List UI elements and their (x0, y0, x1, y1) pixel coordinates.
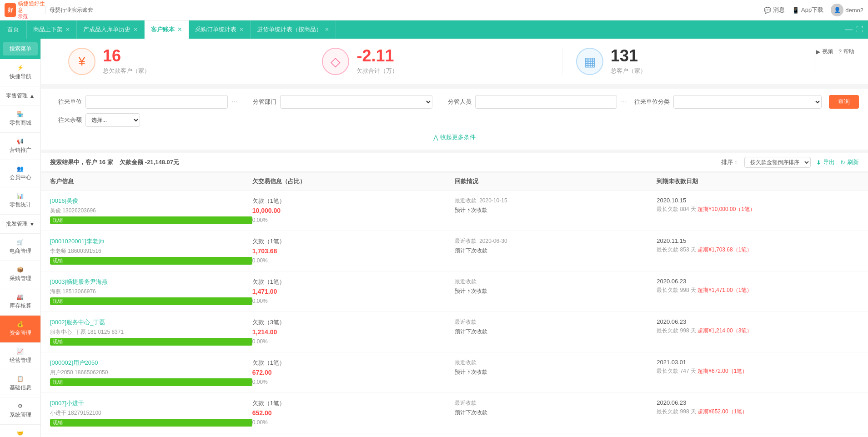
tab-home[interactable]: 首页 (0, 20, 27, 39)
customer-name-0[interactable]: [0016]吴俊 (50, 197, 252, 205)
overdue-link-2[interactable]: 超期¥1,471.00（1笔） (697, 287, 752, 293)
customer-name-3[interactable]: [0002]服务中心_丁磊 (50, 318, 252, 326)
customer-name-5[interactable]: [0007]小进干 (50, 399, 252, 407)
filter-label-unit: 往来单位 (50, 98, 82, 106)
filter-select-balance[interactable]: 选择... (85, 113, 140, 127)
store-select[interactable]: 母婴行业演示账套 (45, 6, 97, 14)
debt-amount-1[interactable]: 1,703.68 (252, 247, 455, 255)
sidebar-item-retail-mgmt[interactable]: 零售管理 ▲ (0, 86, 40, 105)
overdue-date-5: 2020.06.23 (657, 399, 859, 406)
user-profile[interactable]: 👤 demo2 (831, 4, 863, 16)
badge-2: 现销 (50, 297, 252, 305)
marketing-icon: 📢 (17, 138, 24, 145)
filter-input-person[interactable] (475, 95, 617, 109)
stat-icon-building: ▦ (576, 48, 603, 75)
filter-label-dept: 分管部门 (245, 98, 276, 106)
tab-purchase-order[interactable]: 采购订单统计表 ✕ (189, 20, 251, 39)
sort-select[interactable]: 按欠款金额倒序排序 (744, 157, 811, 168)
overdue-days-4: 最长欠款 747 天 超期¥672.00（1笔） (657, 367, 859, 375)
export-button[interactable]: ⬇ 导出 (816, 158, 835, 166)
sidebar-item-system[interactable]: ⚙ 系统管理 (0, 397, 40, 425)
customer-phone-3: 服务中心_丁磊 181 0125 8371 (50, 328, 252, 336)
filter-dots-person[interactable]: ··· (621, 98, 627, 106)
stat-info-debt-total: -2.11 欠款合计（万） (356, 48, 548, 75)
tab-close-purchase-order[interactable]: ✕ (239, 26, 244, 33)
tab-product-history[interactable]: 产成品入库单历史 ✕ (77, 20, 145, 39)
top-right-actions: 💬 消息 📱 App下载 👤 demo2 (764, 4, 863, 16)
customer-name-1[interactable]: [0001020001]李老师 (50, 237, 252, 246)
video-icon: ▶ (816, 49, 820, 55)
operation-icon: 📈 (17, 348, 24, 355)
sidebar-item-quick-nav[interactable]: ⚡ 快捷导航 (0, 59, 40, 86)
debt-amount-5[interactable]: 652.00 (252, 409, 455, 417)
repay-last-label-2: 最近收款 (455, 278, 657, 286)
table-row: [0001020001]李老师 李老师 18600391516 现销 欠款（1笔… (41, 231, 868, 271)
tab-close-product-shelf[interactable]: ✕ (65, 26, 70, 33)
sidebar-item-inventory[interactable]: 🏭 库存核算 (0, 288, 40, 316)
repay-next-label-2: 预计下次收款 (455, 287, 657, 295)
sidebar-item-retail-stats[interactable]: 📊 零售统计 (0, 187, 40, 215)
tab-close-product-history[interactable]: ✕ (133, 26, 138, 33)
filter-select-dept[interactable] (280, 95, 432, 109)
search-button[interactable]: 查询 (829, 95, 859, 109)
overdue-link-1[interactable]: 超期¥1,703.68（1笔） (697, 246, 752, 253)
tab-maximize-icon[interactable]: ⛶ (856, 25, 863, 34)
sidebar-item-marketing[interactable]: 📢 营销推广 (0, 133, 40, 160)
badge-4: 现销 (50, 378, 252, 386)
cell-overdue-2: 2020.06.23 最长欠款 998 天 超期¥1,471.00（1笔） (657, 278, 859, 294)
message-button[interactable]: 💬 消息 (764, 6, 785, 14)
tab-purchase-stats[interactable]: 进货单统计表（按商品） ✕ (251, 20, 336, 39)
retail-mall-icon: 🏪 (17, 111, 24, 117)
tab-close-purchase-stats[interactable]: ✕ (325, 26, 329, 33)
sidebar-item-batch-mgmt[interactable]: 批发管理 ▼ (0, 215, 40, 234)
tab-minimize-icon[interactable]: — (845, 25, 853, 34)
filter-item-dept: 分管部门 (245, 95, 432, 109)
sidebar-item-ecommerce[interactable]: 🛒 电商管理 (0, 234, 40, 261)
sidebar-item-capital[interactable]: 💰 资金管理 (0, 316, 40, 343)
filter-select-category[interactable] (673, 95, 822, 109)
export-icon: ⬇ (816, 159, 821, 166)
overdue-link-4[interactable]: 超期¥672.00（1笔） (697, 368, 748, 374)
refresh-icon: ↻ (840, 159, 845, 166)
stat-icon-diamond: ◇ (322, 48, 349, 75)
customer-name-2[interactable]: [0003]畅捷服务尹海燕 (50, 278, 252, 286)
sidebar-item-operation[interactable]: 📈 经营管理 (0, 343, 40, 370)
sidebar-search-button[interactable]: 搜索菜单 (3, 42, 38, 55)
cell-repay-5: 最近收款 预计下次收款 (455, 399, 657, 417)
overdue-link-3[interactable]: 超期¥1,214.00（3笔） (697, 327, 752, 334)
overdue-link-5[interactable]: 超期¥652.00（1笔） (697, 408, 748, 415)
tab-product-shelf[interactable]: 商品上下架 ✕ (27, 20, 77, 39)
stat-label-debt-customers: 总欠款客户（家） (103, 67, 294, 75)
filter-label-balance: 往来余额 (50, 116, 82, 124)
debt-percent-2: 0.00% (252, 298, 455, 304)
debt-amount-3[interactable]: 1,214.00 (252, 328, 455, 336)
refresh-button[interactable]: ↻ 刷新 (840, 158, 859, 166)
overdue-link-0[interactable]: 超期¥10,000.00（1笔） (697, 206, 755, 212)
sidebar-item-purchase[interactable]: 📦 采购管理 (0, 261, 40, 288)
repay-last-label-1: 最近收款 2020-06-30 (455, 237, 657, 245)
stat-value-total-customers: 131 (611, 48, 802, 64)
sidebar-item-basic-info[interactable]: 📋 基础信息 (0, 370, 40, 397)
customer-name-4[interactable]: [000002]用户2050 (50, 359, 252, 367)
debt-amount-2[interactable]: 1,471.00 (252, 288, 455, 295)
sidebar-item-member[interactable]: 👥 会员中心 (0, 160, 40, 187)
repay-last-label-3: 最近收款 (455, 318, 657, 326)
cell-customer-0: [0016]吴俊 吴俊 13026203696 现销 (50, 197, 252, 224)
debt-amount-0[interactable]: 10,000.00 (252, 207, 455, 214)
sidebar-item-enterprise-collab[interactable]: 🤝 企业协同 (0, 425, 40, 437)
tab-customer-account[interactable]: 客户账本 ✕ (145, 20, 189, 39)
repay-last-label-5: 最近收款 (455, 399, 657, 407)
filter-dots-unit[interactable]: ··· (231, 98, 237, 106)
video-action[interactable]: ▶ 视频 (816, 48, 833, 55)
debt-count-0: 欠款（1笔） (252, 197, 455, 205)
filter-input-unit[interactable] (85, 95, 228, 109)
sidebar-item-retail-mall[interactable]: 🏪 零售商城 (0, 105, 40, 133)
basic-info-icon: 📋 (17, 376, 24, 382)
help-action[interactable]: ? 帮助 (838, 48, 854, 55)
cell-debt-0: 欠款（1笔） 10,000.00 0.00% (252, 197, 455, 223)
app-download-button[interactable]: 📱 App下载 (792, 6, 823, 14)
collapse-button[interactable]: ⋀ 收起更多条件 (433, 133, 476, 141)
tab-close-customer-account[interactable]: ✕ (177, 26, 182, 33)
debt-amount-4[interactable]: 672.00 (252, 369, 455, 376)
col-header-customer: 客户信息 (50, 177, 252, 186)
